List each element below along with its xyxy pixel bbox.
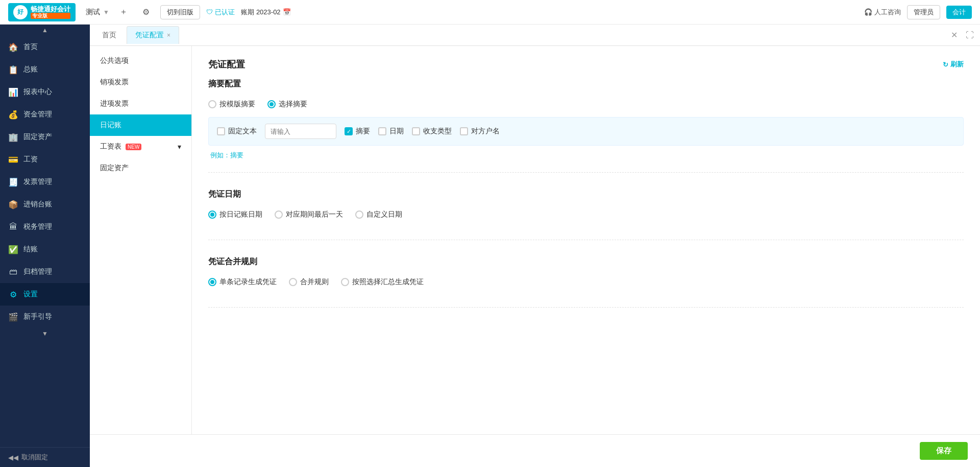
report-icon: 📊 <box>8 87 18 97</box>
sidebar-item-guide[interactable]: 🎬 新手引导 <box>0 306 90 328</box>
radio-single-circle <box>208 278 216 286</box>
support-button[interactable]: 🎧 人工咨询 <box>864 8 901 17</box>
period-display: 账期 2023-02 📅 <box>241 8 291 17</box>
sidebar-item-invoice[interactable]: 🧾 发票管理 <box>0 171 90 193</box>
content-area: 首页 凭证配置 × ✕ ⛶ 公共选项 <box>90 25 980 467</box>
radio-single-label: 单条记录生成凭证 <box>219 277 277 287</box>
scroll-down-icon[interactable]: ▼ <box>0 328 90 339</box>
tab-controls: ✕ ⛶ <box>949 28 976 42</box>
tab-home[interactable]: 首页 <box>94 27 125 44</box>
sidebar-label-invoice: 发票管理 <box>23 177 52 186</box>
sidebar-label-archive: 归档管理 <box>23 267 52 276</box>
section-summary-title: 摘要配置 <box>208 79 964 89</box>
nav-item-sales[interactable]: 销项发票 <box>90 72 191 93</box>
checkbox-summary-label: 摘要 <box>356 127 370 136</box>
radio-merge-rule[interactable]: 合并规则 <box>289 277 329 287</box>
radio-template-label: 按模版摘要 <box>219 100 255 109</box>
settings-icon[interactable]: ⚙ <box>138 4 154 20</box>
tax-icon: 🏛 <box>8 222 18 232</box>
settings-sidebar-icon: ⚙ <box>8 289 18 299</box>
checkbox-counterpart-label: 对方户名 <box>471 127 500 136</box>
sidebar-item-ledger[interactable]: 📋 总账 <box>0 58 90 81</box>
calendar-icon[interactable]: 📅 <box>283 8 291 16</box>
refresh-button[interactable]: ↻ 刷新 <box>943 60 964 69</box>
summary-radio-group: 按模版摘要 选择摘要 <box>208 100 964 109</box>
switch-version-button[interactable]: 切到旧版 <box>160 5 200 19</box>
support-label: 人工咨询 <box>874 8 901 17</box>
period-value: 2023-02 <box>256 8 281 16</box>
nav-item-fixed-assets[interactable]: 固定资产 <box>90 157 191 179</box>
sidebar-item-home[interactable]: 🏠 首页 <box>0 36 90 58</box>
user-button[interactable]: 管理员 <box>907 5 940 19</box>
trade-icon: 📦 <box>8 199 18 209</box>
tab-fullscreen-button[interactable]: ⛶ <box>964 29 976 42</box>
sidebar-item-archive[interactable]: 🗃 归档管理 <box>0 261 90 283</box>
funds-icon: 💰 <box>8 109 18 120</box>
section-merge: 凭证合并规则 单条记录生成凭证 合并规则 <box>208 256 964 308</box>
checkbox-summary-box <box>345 127 353 135</box>
section-merge-title: 凭证合并规则 <box>208 256 964 267</box>
nav-item-journal[interactable]: 日记账 <box>90 114 191 136</box>
checkbox-date[interactable]: 日期 <box>378 127 404 136</box>
nav-item-purchase[interactable]: 进项发票 <box>90 93 191 114</box>
radio-period-last[interactable]: 对应期间最后一天 <box>275 210 343 219</box>
nav-label-purchase: 进项发票 <box>100 99 129 108</box>
sidebar-label-settle: 结账 <box>23 245 38 254</box>
main-panel: 凭证配置 ↻ 刷新 摘要配置 按模版摘要 <box>192 46 980 467</box>
checkbox-counterpart[interactable]: 对方户名 <box>460 127 500 136</box>
app-name: 畅捷通好会计 <box>31 5 70 13</box>
summary-checkbox-row: 固定文本 摘要 日期 <box>208 117 964 146</box>
radio-summary-gen[interactable]: 按照选择汇总生成凭证 <box>341 277 424 287</box>
sidebar-item-settings[interactable]: ⚙ 设置 <box>0 283 90 306</box>
tab-close-button[interactable]: ✕ <box>949 28 960 42</box>
page-title-row: 凭证配置 ↻ 刷新 <box>208 58 964 71</box>
tab-voucher-config[interactable]: 凭证配置 × <box>127 26 179 44</box>
radio-journal-date[interactable]: 按日记账日期 <box>208 210 262 219</box>
cancel-fixed-button[interactable]: ◀◀ 取消固定 <box>0 447 90 467</box>
sidebar-label-fixed-asset: 固定资产 <box>23 132 52 142</box>
radio-template-summary[interactable]: 按模版摘要 <box>208 100 255 109</box>
checkbox-fixed-text[interactable]: 固定文本 <box>217 127 257 136</box>
radio-custom-date[interactable]: 自定义日期 <box>355 210 402 219</box>
scroll-up-icon[interactable]: ▲ <box>0 25 90 36</box>
sidebar-item-fixed-asset[interactable]: 🏢 固定资产 <box>0 126 90 148</box>
sidebar-item-tax[interactable]: 🏛 税务管理 <box>0 216 90 238</box>
radio-custom-date-label: 自定义日期 <box>366 210 402 219</box>
home-icon: 🏠 <box>8 42 18 52</box>
role-button[interactable]: 会计 <box>946 6 972 19</box>
sidebar-label-ledger: 总账 <box>23 65 38 74</box>
sidebar-item-payroll[interactable]: 💳 工资 <box>0 148 90 171</box>
checkbox-payment-type[interactable]: 收支类型 <box>412 127 452 136</box>
checkbox-fixed-text-box <box>217 127 225 135</box>
date-radio-group: 按日记账日期 对应期间最后一天 自定义日期 <box>208 210 964 219</box>
left-nav: 公共选项 销项发票 进项发票 日记账 工资表NEW ▾ <box>90 46 192 467</box>
save-button[interactable]: 保存 <box>920 442 968 460</box>
fixed-text-input[interactable] <box>265 124 336 139</box>
tab-close-icon[interactable]: × <box>167 32 170 39</box>
checkbox-summary[interactable]: 摘要 <box>345 127 370 136</box>
tab-home-label: 首页 <box>102 31 116 40</box>
refresh-icon: ↻ <box>943 61 948 68</box>
sidebar-label-report: 报表中心 <box>23 87 52 97</box>
checkbox-date-label: 日期 <box>389 127 404 136</box>
radio-period-last-circle <box>275 211 283 219</box>
sidebar-item-report[interactable]: 📊 报表中心 <box>0 81 90 103</box>
archive-icon: 🗃 <box>8 267 18 277</box>
ledger-icon: 📋 <box>8 64 18 75</box>
fixed-asset-icon: 🏢 <box>8 132 18 142</box>
payroll-icon: 💳 <box>8 154 18 165</box>
sidebar-item-funds[interactable]: 💰 资金管理 <box>0 103 90 126</box>
radio-single[interactable]: 单条记录生成凭证 <box>208 277 277 287</box>
radio-merge-rule-label: 合并规则 <box>300 277 329 287</box>
page-title-text: 凭证配置 <box>208 58 245 71</box>
sidebar-item-settle[interactable]: ✅ 结账 <box>0 238 90 261</box>
add-button[interactable]: ＋ <box>115 4 132 20</box>
sidebar: ▲ 🏠 首页 📋 总账 📊 报表中心 💰 资金管理 <box>0 25 90 467</box>
nav-item-payroll-table[interactable]: 工资表NEW ▾ <box>90 136 191 157</box>
sidebar-item-trade[interactable]: 📦 进销台账 <box>0 193 90 216</box>
radio-select-summary[interactable]: 选择摘要 <box>267 100 307 109</box>
merge-radio-group: 单条记录生成凭证 合并规则 按照选择汇总生成凭证 <box>208 277 964 287</box>
nav-item-public[interactable]: 公共选项 <box>90 50 191 72</box>
settle-icon: ✅ <box>8 244 18 254</box>
project-selector[interactable]: 测试 ▼ <box>86 8 109 17</box>
